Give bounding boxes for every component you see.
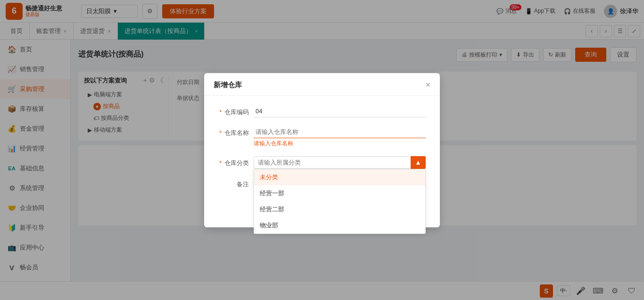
dialog-header: 新增仓库 × xyxy=(204,73,440,96)
category-input[interactable] xyxy=(254,156,426,169)
category-option-dept1[interactable]: 经营一部 xyxy=(254,185,425,201)
new-warehouse-dialog: 新增仓库 × * 仓库编码 * 仓库名称 请输入仓库名称 xyxy=(204,73,440,227)
remarks-label: 备注 xyxy=(218,177,249,189)
category-dropdown: 未分类 经营一部 经营二部 物业部 xyxy=(254,169,426,234)
category-option-dept2[interactable]: 经营二部 xyxy=(254,201,425,217)
category-label: * 仓库分类 xyxy=(218,156,249,167)
form-row-name: * 仓库名称 请输入仓库名称 xyxy=(218,126,426,148)
category-option-unclassified[interactable]: 未分类 xyxy=(254,169,425,185)
category-wrapper: ▲ 未分类 经营一部 经营二部 物业部 xyxy=(254,156,426,169)
form-row-code: * 仓库编码 xyxy=(218,105,426,117)
dialog-close-button[interactable]: × xyxy=(425,81,430,89)
name-label: * 仓库名称 xyxy=(218,126,249,137)
modal-overlay[interactable]: 新增仓库 × * 仓库编码 * 仓库名称 请输入仓库名称 xyxy=(0,0,644,300)
dialog-title: 新增仓库 xyxy=(214,81,242,90)
name-input[interactable] xyxy=(254,126,426,138)
chevron-up-icon: ▲ xyxy=(415,158,421,166)
name-field-wrapper: 请输入仓库名称 xyxy=(254,126,426,148)
code-input[interactable] xyxy=(254,105,426,117)
code-label: * 仓库编码 xyxy=(218,105,249,117)
form-row-category: * 仓库分类 ▲ 未分类 经营一部 经营二部 物业部 xyxy=(218,156,426,169)
dialog-body: * 仓库编码 * 仓库名称 请输入仓库名称 * xyxy=(204,96,440,203)
category-option-property[interactable]: 物业部 xyxy=(254,217,425,233)
name-error-message: 请输入仓库名称 xyxy=(254,140,426,148)
category-toggle-button[interactable]: ▲ xyxy=(411,156,426,169)
